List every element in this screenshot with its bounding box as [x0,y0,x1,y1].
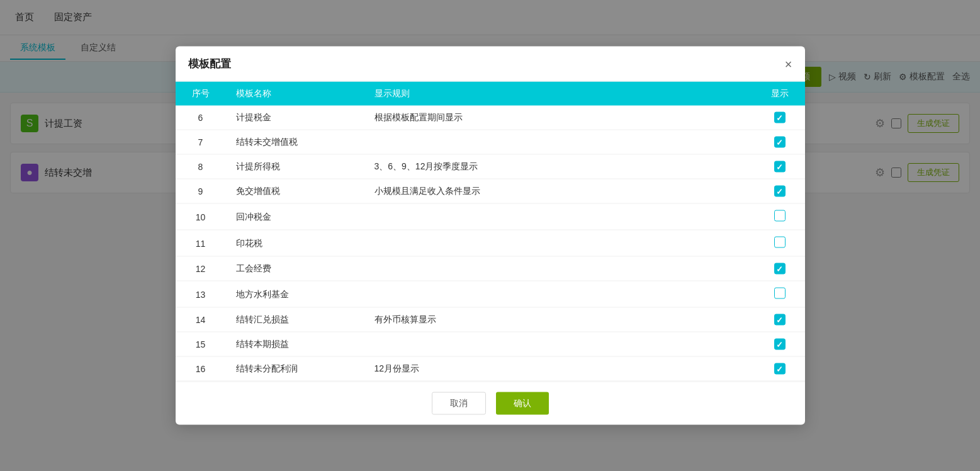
cell-rule-5 [364,230,755,256]
cell-rule-10: 12月份显示 [364,356,755,381]
cell-checkbox-3 [755,179,805,203]
cell-name-0: 计提税金 [226,106,364,130]
cell-no-1: 7 [176,130,226,154]
checkbox-display-8[interactable] [774,314,786,326]
checkbox-display-5[interactable] [774,237,786,248]
table-row: 12工会经费 [176,256,805,281]
table-header: 序号 模板名称 显示规则 显示 [176,82,805,106]
checkbox-display-9[interactable] [774,339,786,350]
table-row: 14结转汇兑损益有外币核算显示 [176,307,805,332]
checkbox-display-3[interactable] [774,186,786,197]
modal-table-body: 6计提税金根据模板配置期间显示7结转未交增值税8计提所得税3、6、9、12月按季… [176,106,805,382]
cell-checkbox-7 [755,281,805,307]
cell-no-4: 10 [176,203,226,230]
cell-checkbox-0 [755,106,805,130]
checkbox-display-1[interactable] [774,137,786,148]
table-row: 8计提所得税3、6、9、12月按季度显示 [176,154,805,179]
cell-rule-9 [364,332,755,356]
cell-name-9: 结转本期损益 [226,332,364,356]
checkbox-display-4[interactable] [774,210,786,222]
cell-rule-3: 小规模且满足收入条件显示 [364,179,755,203]
cell-name-7: 地方水利基金 [226,281,364,307]
modal-header: 模板配置 × [176,47,805,82]
checkbox-display-6[interactable] [774,263,786,275]
checkbox-display-7[interactable] [774,288,786,299]
modal-close-button[interactable]: × [785,57,792,70]
table-row: 13地方水利基金 [176,281,805,307]
modal-table: 序号 模板名称 显示规则 显示 6计提税金根据模板配置期间显示7结转未交增值税8… [176,82,805,382]
checkbox-display-0[interactable] [774,112,786,123]
table-row: 15结转本期损益 [176,332,805,356]
cell-checkbox-5 [755,230,805,256]
cell-checkbox-10 [755,356,805,381]
col-header-display: 显示 [755,82,805,106]
table-row: 6计提税金根据模板配置期间显示 [176,106,805,130]
cell-name-1: 结转未交增值税 [226,130,364,154]
cell-name-2: 计提所得税 [226,154,364,179]
cancel-button[interactable]: 取消 [432,392,486,415]
modal-footer: 取消 确认 [176,382,805,425]
cell-name-3: 免交增值税 [226,179,364,203]
cell-rule-2: 3、6、9、12月按季度显示 [364,154,755,179]
cell-checkbox-4 [755,203,805,230]
cell-checkbox-2 [755,154,805,179]
table-row: 16结转未分配利润12月份显示 [176,356,805,381]
cell-rule-1 [364,130,755,154]
table-row: 10回冲税金 [176,203,805,230]
cell-name-10: 结转未分配利润 [226,356,364,381]
cell-checkbox-1 [755,130,805,154]
cell-no-0: 6 [176,106,226,130]
modal-table-scroll[interactable]: 序号 模板名称 显示规则 显示 6计提税金根据模板配置期间显示7结转未交增值税8… [176,82,805,382]
cell-no-5: 11 [176,230,226,256]
cell-no-3: 9 [176,179,226,203]
cell-rule-6 [364,256,755,281]
cell-rule-4 [364,203,755,230]
modal-template-config: 模板配置 × 序号 模板名称 显示规则 显示 6计提税金根据模板配置期间显示7结… [176,47,805,425]
cell-no-2: 8 [176,154,226,179]
cell-no-10: 16 [176,356,226,381]
cell-checkbox-8 [755,307,805,332]
cell-checkbox-9 [755,332,805,356]
table-row: 11印花税 [176,230,805,256]
cell-checkbox-6 [755,256,805,281]
cell-name-4: 回冲税金 [226,203,364,230]
cell-name-5: 印花税 [226,230,364,256]
checkbox-display-10[interactable] [774,363,786,375]
cell-no-8: 14 [176,307,226,332]
cell-name-6: 工会经费 [226,256,364,281]
col-header-no: 序号 [176,82,226,106]
cell-name-8: 结转汇兑损益 [226,307,364,332]
checkbox-display-2[interactable] [774,161,786,173]
cell-rule-0: 根据模板配置期间显示 [364,106,755,130]
cell-no-9: 15 [176,332,226,356]
cell-rule-7 [364,281,755,307]
cell-no-7: 13 [176,281,226,307]
cell-no-6: 12 [176,256,226,281]
table-row: 7结转未交增值税 [176,130,805,154]
modal-title: 模板配置 [188,57,231,71]
table-row: 9免交增值税小规模且满足收入条件显示 [176,179,805,203]
confirm-button[interactable]: 确认 [496,392,549,415]
col-header-name: 模板名称 [226,82,364,106]
col-header-rule: 显示规则 [364,82,755,106]
cell-rule-8: 有外币核算显示 [364,307,755,332]
